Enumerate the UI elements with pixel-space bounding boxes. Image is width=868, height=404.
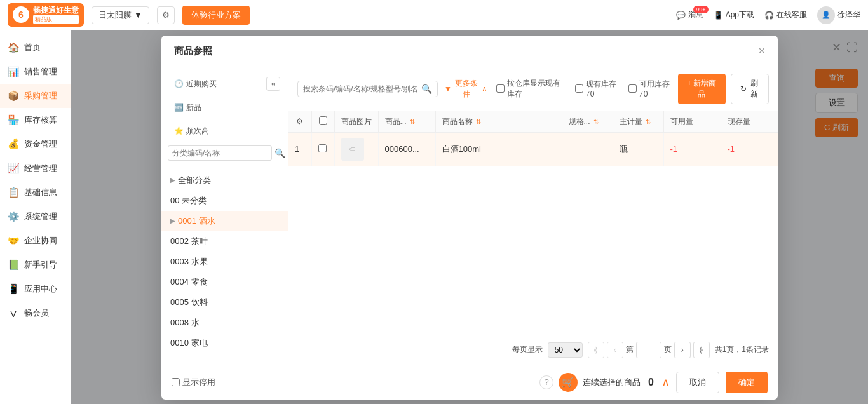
collapse-button[interactable]: «: [266, 77, 280, 91]
cell-index: 1: [288, 132, 311, 166]
sidebar-item-基础信息[interactable]: 📋基础信息: [0, 180, 71, 205]
table-row[interactable]: 1 🏷 000600... 白酒100ml: [288, 132, 778, 166]
online-service-item[interactable]: 🎧 在线客服: [764, 10, 807, 20]
category-item-uncategorized[interactable]: 00 未分类: [161, 191, 288, 211]
cell-name: 白酒100ml: [435, 132, 562, 166]
cancel-button[interactable]: 取消: [676, 372, 719, 393]
refresh-button[interactable]: ↻ 刷新: [731, 74, 769, 104]
page-next-button[interactable]: ›: [674, 342, 691, 358]
category-item-snack[interactable]: 0004 零食: [161, 272, 288, 292]
product-image: 🏷: [341, 138, 364, 161]
gear-icon[interactable]: ⚙: [157, 6, 175, 24]
left-panel-tabs: 🕐 近期购买 «: [161, 75, 288, 98]
page-first-button[interactable]: ⟪: [588, 342, 604, 358]
category-item-beverage[interactable]: 0005 饮料: [161, 292, 288, 313]
sidebar-item-label: 企业协同: [24, 235, 57, 246]
modal-close-button[interactable]: ×: [758, 44, 765, 58]
tab-new-product[interactable]: 🆕 新品: [169, 98, 280, 117]
category-search-input[interactable]: [168, 145, 272, 161]
th-name: 商品名称 ⇅: [435, 111, 562, 133]
sidebar-item-经营管理[interactable]: 📈经营管理: [0, 156, 71, 180]
cell-stock: -1: [721, 132, 778, 166]
category-item-water[interactable]: 0008 水: [161, 313, 288, 333]
tab-recent-purchase[interactable]: 🕐 近期购买: [169, 75, 266, 93]
sidebar-item-采购管理[interactable]: 📦采购管理: [0, 84, 71, 108]
cat-label-beverage: 0005 饮料: [170, 297, 208, 308]
sidebar-item-库存核算[interactable]: 🏪库存核算: [0, 108, 71, 132]
cat-label-appliance: 0010 家电: [170, 337, 208, 349]
checkbox-by-warehouse[interactable]: 按仓库显示现有库存: [496, 78, 565, 100]
show-disabled-checkbox[interactable]: 显示停用: [172, 377, 215, 388]
help-icon[interactable]: ?: [539, 375, 553, 389]
refresh-label: 刷新: [749, 78, 759, 100]
search-icon[interactable]: 🔍: [421, 84, 432, 94]
category-item-tea[interactable]: 0002 茶叶: [161, 231, 288, 252]
page-size-select[interactable]: 10 20 50 100: [548, 342, 583, 358]
search-box: 🔍: [297, 81, 438, 97]
filter-button[interactable]: ▼ 更多条件 ∧: [444, 78, 487, 100]
th-checkbox-all[interactable]: [319, 116, 327, 125]
main-content: ✕ ⛶ 查询 设置 C 刷新 商品参照 ×: [71, 30, 868, 404]
page-input[interactable]: 1: [636, 342, 661, 358]
sidebar-icon: ⚙️: [8, 211, 19, 222]
page-last-button[interactable]: ⟫: [693, 342, 710, 358]
search-input[interactable]: [303, 84, 417, 93]
checkbox-avail-ne0-input[interactable]: [628, 84, 637, 93]
product-table: ⚙ 商品图片 商品... ⇅: [288, 111, 778, 166]
checkbox-by-warehouse-input[interactable]: [496, 84, 505, 93]
sidebar-item-系统管理[interactable]: ⚙️系统管理: [0, 205, 71, 229]
nav-dropdown[interactable]: 日太阳膜 ▼: [92, 6, 149, 24]
user-avatar[interactable]: 👤 徐泽华: [817, 6, 860, 24]
main-layout: 🏠首页📊销售管理📦采购管理🏪库存核算💰资金管理📈经营管理📋基础信息⚙️系统管理🤝…: [0, 30, 868, 404]
cart-icon[interactable]: 🛒: [559, 373, 578, 392]
top-nav: 6 畅捷通好生意 精品版 日太阳膜 ▼ ⚙ 体验行业方案 💬 99+ 消息 📱 …: [0, 0, 868, 30]
new-icon: 🆕: [174, 103, 184, 112]
sidebar-item-资金管理[interactable]: 💰资金管理: [0, 132, 71, 156]
show-disabled-input[interactable]: [172, 378, 180, 386]
cart-count: 0: [648, 377, 654, 388]
sidebar-item-畅会员[interactable]: V畅会员: [0, 301, 71, 325]
tab-frequent[interactable]: ⭐ 频次高: [169, 122, 280, 140]
left-panel-tabs2: 🆕 新品: [161, 98, 288, 122]
row-checkbox[interactable]: [318, 144, 327, 152]
checkbox-stock-ne0-input[interactable]: [575, 84, 583, 93]
category-item-all[interactable]: ▶ 全部分类: [161, 170, 288, 191]
category-item-appliance[interactable]: 0010 家电: [161, 333, 288, 353]
page-prev-button[interactable]: ‹: [607, 342, 623, 358]
sort-unit-icon[interactable]: ⇅: [646, 118, 651, 125]
checkbox-stock-ne0[interactable]: 现有库存≠0: [575, 79, 618, 98]
sidebar-item-新手引导[interactable]: 📗新手引导: [0, 253, 71, 277]
checkbox-avail-ne0[interactable]: 可用库存≠0: [628, 79, 672, 98]
category-item-fruit[interactable]: 0003 水果: [161, 252, 288, 272]
cat-label-snack: 0004 零食: [170, 276, 208, 288]
cell-unit: 瓶: [613, 132, 663, 166]
th-stock: 现存量: [721, 111, 778, 133]
logo[interactable]: 6 畅捷通好生意 精品版: [8, 3, 84, 27]
left-panel: 🕐 近期购买 « 🆕 新品: [161, 67, 288, 365]
app-download-item[interactable]: 📱 App下载: [714, 10, 754, 20]
show-disabled-label: 显示停用: [182, 377, 215, 388]
category-item-alcohol[interactable]: ▶ 0001 酒水: [161, 211, 288, 231]
category-search-icon[interactable]: 🔍: [275, 148, 285, 158]
sidebar-item-首页[interactable]: 🏠首页: [0, 36, 71, 60]
th-settings[interactable]: ⚙: [288, 111, 311, 133]
confirm-button[interactable]: 确定: [726, 372, 768, 393]
cart-collapse-icon[interactable]: ∧: [661, 375, 670, 389]
product-table-container: ⚙ 商品图片 商品... ⇅: [288, 111, 778, 335]
filter-icon: ▼: [444, 84, 452, 93]
logo-text: 畅捷通好生意: [33, 6, 79, 15]
sort-spec-icon[interactable]: ⇅: [593, 118, 599, 125]
cell-code: 000600...: [378, 132, 435, 166]
sidebar-icon: V: [8, 307, 19, 319]
sidebar-item-企业协同[interactable]: 🤝企业协同: [0, 229, 71, 253]
sort-code-icon[interactable]: ⇅: [410, 118, 415, 125]
sidebar-item-应用中心[interactable]: 📱应用中心: [0, 277, 71, 301]
add-product-button[interactable]: + 新增商品: [678, 74, 726, 104]
category-list: ▶ 全部分类 00 未分类 ▶ 0001 酒水 0002 茶: [161, 166, 288, 357]
sidebar-item-销售管理[interactable]: 📊销售管理: [0, 60, 71, 84]
recent-label: 近期购买: [186, 79, 217, 90]
trial-button[interactable]: 体验行业方案: [182, 6, 250, 25]
messages-icon[interactable]: 💬 99+ 消息: [676, 10, 703, 20]
sort-name-icon[interactable]: ⇅: [476, 118, 481, 125]
checkbox-group: 按仓库显示现有库存 现有库存≠0 可用库存≠0: [496, 78, 672, 100]
